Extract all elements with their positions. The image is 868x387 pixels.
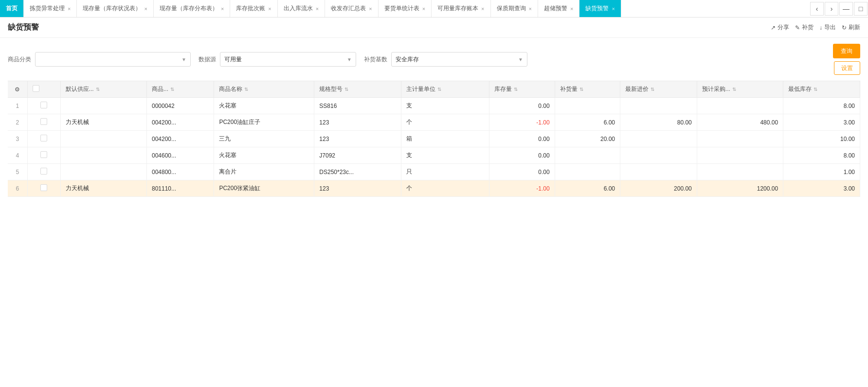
row-supplier-1: 力天机械 [60, 114, 146, 131]
row-spec-4: DS250*23c... [314, 164, 401, 180]
row-num-5: 6 [8, 180, 27, 197]
sort-icon-min-stock: ⇅ [814, 87, 817, 92]
th-unit[interactable]: 主计量单位 ⇅ [401, 81, 489, 98]
row-stock-5: -1.00 [489, 180, 555, 197]
tab-home-label: 首页 [6, 4, 18, 13]
row-supplier-3 [60, 147, 146, 164]
table-body: 1 0000042 火花塞 SS816 支 0.00 8.00 2 力天机械 0… [8, 98, 860, 197]
export-label: 导出 [824, 23, 836, 32]
tab-3-label: 现存量（库存分布表） [160, 4, 218, 13]
row-name-0: 火花塞 [214, 98, 314, 114]
row-checkbox-0[interactable] [27, 98, 60, 114]
row-min-stock-3: 8.00 [783, 147, 860, 164]
datasource-select[interactable]: 可用量 ▼ [220, 52, 356, 67]
row-cb-1[interactable] [40, 118, 47, 125]
row-spec-2: 123 [314, 131, 401, 147]
tab-11-close[interactable]: × [612, 6, 615, 12]
th-spec[interactable]: 规格型号 ⇅ [314, 81, 401, 98]
row-cb-0[interactable] [40, 102, 47, 108]
query-button[interactable]: 查询 [833, 44, 860, 58]
row-num-2: 3 [8, 131, 27, 147]
page-content: 缺货预警 ↗ 分享 ✎ 补货 ↓ 导出 ↻ 刷新 商品分类 [0, 18, 868, 387]
row-name-1: PC200油缸庄子 [214, 114, 314, 131]
row-latest-price-5: 200.00 [620, 180, 697, 197]
tab-5[interactable]: 出入库流水 × [278, 0, 325, 17]
tab-2-label: 现存量（库存状况表） [83, 4, 141, 13]
tab-8[interactable]: 可用量库存账本 × [432, 0, 490, 17]
tab-6[interactable]: 收发存汇总表 × [325, 0, 378, 17]
tab-3[interactable]: 现存量（库存分布表） × [154, 0, 230, 17]
share-label: 分享 [778, 23, 789, 32]
tab-1-close[interactable]: × [68, 6, 71, 12]
tab-maximize-btn[interactable]: □ [854, 2, 868, 16]
tab-6-close[interactable]: × [369, 6, 372, 12]
row-latest-price-0 [620, 98, 697, 114]
row-latest-price-1: 80.00 [620, 114, 697, 131]
tab-prev-btn[interactable]: ‹ [810, 2, 824, 16]
row-min-stock-5: 3.00 [783, 180, 860, 197]
tab-3-close[interactable]: × [221, 6, 224, 12]
row-cb-4[interactable] [40, 168, 47, 175]
row-stock-2: 0.00 [489, 131, 555, 147]
tab-9-close[interactable]: × [529, 6, 532, 12]
row-spec-5: 123 [314, 180, 401, 197]
settings-button[interactable]: 设置 [834, 61, 860, 75]
row-code-0: 0000042 [146, 98, 214, 114]
tab-7[interactable]: 要货单统计表 × [379, 0, 432, 17]
row-checkbox-1[interactable] [27, 114, 60, 131]
tab-10-label: 超储预警 [544, 4, 567, 13]
header-checkbox[interactable] [33, 85, 39, 92]
th-supplier[interactable]: 默认供应... ⇅ [60, 81, 146, 98]
row-num-3: 4 [8, 147, 27, 164]
page-title: 缺货预警 [8, 22, 39, 33]
th-replenish[interactable]: 补货量 ⇅ [555, 81, 620, 98]
row-checkbox-5[interactable] [27, 180, 60, 197]
row-cb-2[interactable] [40, 135, 47, 141]
th-latest-price-label: 最新进价 [625, 85, 649, 93]
replenish-button[interactable]: ✎ 补货 [795, 23, 814, 32]
tab-next-btn[interactable]: › [825, 2, 838, 16]
tab-home[interactable]: 首页 [0, 0, 24, 17]
row-replenish-0 [555, 98, 620, 114]
tab-minimize-btn[interactable]: — [839, 2, 853, 16]
th-name[interactable]: 商品名称 ⇅ [214, 81, 314, 98]
row-est-purchase-1: 480.00 [697, 114, 783, 131]
th-settings[interactable]: ⚙ [8, 81, 27, 98]
share-button[interactable]: ↗ 分享 [771, 23, 789, 32]
tab-2[interactable]: 现存量（库存状况表） × [77, 0, 153, 17]
th-min-stock[interactable]: 最低库存 ⇅ [783, 81, 860, 98]
tab-10[interactable]: 超储预警 × [538, 0, 579, 17]
row-checkbox-4[interactable] [27, 164, 60, 180]
th-est-purchase[interactable]: 预计采购... ⇅ [697, 81, 783, 98]
tab-1[interactable]: 拣货异常处理 × [24, 0, 77, 17]
tab-7-close[interactable]: × [422, 6, 425, 12]
row-cb-3[interactable] [40, 151, 47, 158]
replenish-select[interactable]: 安全库存 ▼ [391, 52, 527, 67]
th-checkbox [27, 81, 60, 98]
table-container: ⚙ 默认供应... ⇅ 商品... ⇅ [0, 81, 868, 197]
tab-4[interactable]: 库存批次账 × [230, 0, 277, 17]
th-stock[interactable]: 库存量 ⇅ [489, 81, 555, 98]
sort-icon-unit: ⇅ [437, 87, 441, 92]
tab-4-close[interactable]: × [268, 6, 271, 12]
row-latest-price-2 [620, 131, 697, 147]
row-supplier-4 [60, 164, 146, 180]
th-spec-label: 规格型号 [319, 85, 343, 93]
tab-5-close[interactable]: × [316, 6, 319, 12]
tab-8-label: 可用量库存账本 [437, 4, 478, 13]
export-button[interactable]: ↓ 导出 [819, 23, 836, 32]
row-checkbox-3[interactable] [27, 147, 60, 164]
tab-8-close[interactable]: × [481, 6, 484, 12]
tab-2-close[interactable]: × [144, 6, 147, 12]
tab-10-close[interactable]: × [570, 6, 573, 12]
row-cb-5[interactable] [40, 184, 47, 191]
tab-9[interactable]: 保质期查询 × [491, 0, 538, 17]
row-checkbox-2[interactable] [27, 131, 60, 147]
th-code[interactable]: 商品... ⇅ [146, 81, 214, 98]
th-latest-price[interactable]: 最新进价 ⇅ [620, 81, 697, 98]
tab-11[interactable]: 缺货预警 × [579, 0, 621, 17]
sort-icon-spec: ⇅ [344, 87, 348, 92]
refresh-button[interactable]: ↻ 刷新 [842, 23, 860, 32]
row-unit-0: 支 [401, 98, 489, 114]
category-select[interactable]: ▼ [35, 52, 191, 67]
